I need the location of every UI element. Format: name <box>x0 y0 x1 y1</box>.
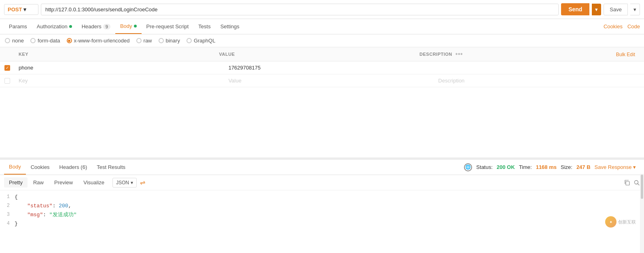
checkbox-checked-icon: ✓ <box>4 65 10 71</box>
time-value: 1168 ms <box>536 164 557 170</box>
resp-tab-test-results[interactable]: Test Results <box>92 160 130 174</box>
headers-badge: 9 <box>103 24 110 30</box>
radio-form-data-circle <box>30 38 36 43</box>
subtab-raw[interactable]: Raw <box>28 177 49 188</box>
more-options-icon[interactable]: ••• <box>455 51 463 58</box>
method-select[interactable]: POST ▾ <box>4 4 38 15</box>
code-content-2: "status": 200, <box>15 202 71 211</box>
code-content-1: { <box>15 193 18 202</box>
placeholder-value[interactable]: Value <box>225 74 434 87</box>
placeholder-checkbox[interactable] <box>0 75 15 87</box>
json-val-status: 200 <box>59 203 68 209</box>
row-value[interactable]: 17629708175 <box>225 61 434 74</box>
row-description[interactable] <box>434 65 644 71</box>
globe-icon[interactable]: 🌐 <box>464 163 472 171</box>
response-section: Body Cookies Headers (6) Test Results 🌐 … <box>0 160 644 231</box>
url-input[interactable] <box>41 4 559 15</box>
radio-urlencoded[interactable]: x-www-form-urlencoded <box>67 38 130 44</box>
col-key: KEY <box>15 50 215 58</box>
response-icons <box>624 179 640 186</box>
response-tabs-row: Body Cookies Headers (6) Test Results 🌐 … <box>0 160 644 175</box>
svg-rect-0 <box>626 181 629 185</box>
scrollbar-track[interactable] <box>640 174 644 253</box>
table-placeholder-row: Key Value Description <box>0 74 644 87</box>
method-label: POST <box>8 6 22 13</box>
json-val-msg: "发送成功" <box>49 212 77 218</box>
status-label: Status: <box>476 164 492 170</box>
radio-urlencoded-inner <box>68 40 70 42</box>
format-chevron-icon: ▾ <box>131 180 133 186</box>
subtab-pretty[interactable]: Pretty <box>4 177 28 188</box>
radio-graphql[interactable]: GraphQL <box>186 38 215 44</box>
line-num-4: 4 <box>0 219 15 228</box>
resp-tab-cookies[interactable]: Cookies <box>26 160 55 174</box>
tab-prerequest[interactable]: Pre-request Script <box>142 19 194 34</box>
code-line-4: 4 } <box>0 219 644 228</box>
tab-authorization[interactable]: Authorization <box>32 19 77 34</box>
watermark-text: 创新互联 <box>618 219 636 225</box>
cookies-link[interactable]: Cookies <box>604 23 623 30</box>
method-chevron-icon: ▾ <box>23 6 26 13</box>
size-value: 247 B <box>576 164 591 170</box>
save-dropdown-button[interactable]: ▾ <box>630 4 640 15</box>
tab-params[interactable]: Params <box>4 19 32 34</box>
search-icon[interactable] <box>633 179 640 186</box>
row-checkbox[interactable]: ✓ <box>0 62 15 74</box>
radio-raw-circle <box>136 38 142 43</box>
body-dot <box>134 25 137 27</box>
resp-tab-headers[interactable]: Headers (6) <box>55 160 92 174</box>
subtab-preview[interactable]: Preview <box>49 177 78 188</box>
wrap-icon[interactable]: ⇌ <box>140 179 145 186</box>
radio-raw[interactable]: raw <box>136 38 152 44</box>
save-response-link[interactable]: Save Response ▾ <box>595 164 636 170</box>
copy-icon[interactable] <box>624 179 630 186</box>
right-links: Cookies Code <box>604 23 640 30</box>
format-select[interactable]: JSON ▾ <box>112 178 137 188</box>
scrollbar-thumb[interactable] <box>641 175 643 199</box>
save-button[interactable]: Save <box>604 4 628 15</box>
placeholder-key[interactable]: Key <box>15 74 225 87</box>
watermark-logo: ✦ <box>605 216 616 228</box>
time-label: Time: <box>519 164 532 170</box>
radio-urlencoded-circle <box>67 38 72 43</box>
request-body-table: KEY VALUE DESCRIPTION ••• Bulk Edit ✓ ph… <box>0 47 644 87</box>
resp-tab-body[interactable]: Body <box>4 160 26 175</box>
watermark: ✦ 创新互联 <box>605 216 636 228</box>
col-description: DESCRIPTION ••• <box>415 49 616 59</box>
bulk-edit-link[interactable]: Bulk Edit <box>616 52 639 57</box>
table-row: ✓ phone 17629708175 <box>0 61 644 74</box>
radio-binary[interactable]: binary <box>159 38 180 44</box>
code-content-4: } <box>15 219 18 228</box>
body-type-row: none form-data x-www-form-urlencoded raw… <box>0 34 644 47</box>
placeholder-description[interactable]: Description <box>434 74 644 87</box>
radio-form-data[interactable]: form-data <box>30 38 60 44</box>
url-bar: POST ▾ Send ▾ Save ▾ <box>0 0 644 19</box>
radio-binary-circle <box>159 38 164 43</box>
code-content-3: "msg": "发送成功" <box>15 211 76 219</box>
authorization-dot <box>69 25 72 28</box>
line-num-1: 1 <box>0 193 15 202</box>
request-tabs: Params Authorization Headers 9 Body Pre-… <box>0 19 644 34</box>
tab-settings[interactable]: Settings <box>216 19 244 34</box>
json-key-status: "status" <box>27 203 52 209</box>
row-key[interactable]: phone <box>15 61 225 74</box>
send-dropdown-button[interactable]: ▾ <box>592 4 601 15</box>
radio-graphql-circle <box>186 38 192 43</box>
send-button[interactable]: Send <box>561 3 589 15</box>
subtab-visualize[interactable]: Visualize <box>78 177 109 188</box>
json-key-msg: "msg" <box>27 212 43 218</box>
tab-headers[interactable]: Headers 9 <box>77 19 115 34</box>
response-code-area: 1 { 2 "status": 200, 3 "msg": "发送成功" 4 } <box>0 190 644 231</box>
line-num-3: 3 <box>0 211 15 219</box>
code-line-2: 2 "status": 200, <box>0 202 644 211</box>
col-value: VALUE <box>215 50 416 58</box>
svg-line-2 <box>638 183 640 185</box>
size-label: Size: <box>561 164 572 170</box>
code-line-1: 1 { <box>0 193 644 202</box>
tab-body[interactable]: Body <box>115 19 142 34</box>
checkbox-empty <box>4 78 10 84</box>
radio-none[interactable]: none <box>5 38 24 44</box>
code-link[interactable]: Code <box>627 23 640 30</box>
response-status-area: 🌐 Status: 200 OK Time: 1168 ms Size: 247… <box>464 163 640 171</box>
tab-tests[interactable]: Tests <box>193 19 215 34</box>
